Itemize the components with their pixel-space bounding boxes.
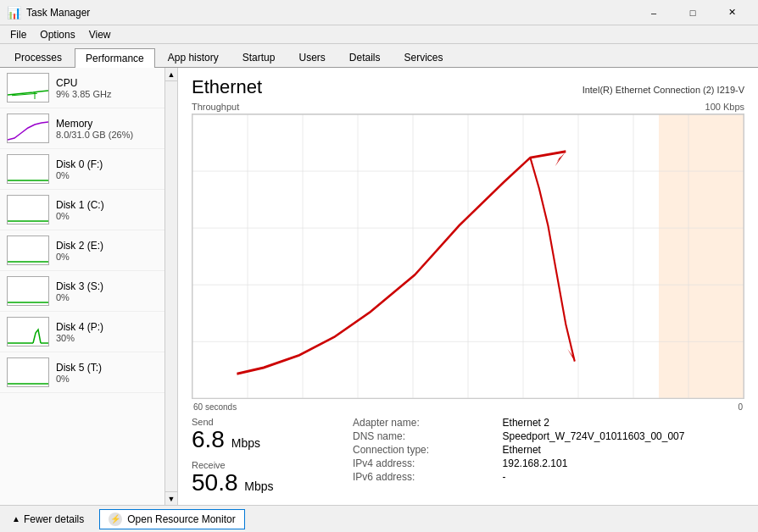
fewer-details-button[interactable]: ▲ Fewer details [7,512,89,527]
adapter-info-panel: Adapter name: Ethernet 2 DNS name: Speed… [344,417,744,496]
sidebar: CPU 9% 3.85 GHz Memory 8.0/31.0 GB (26%) [0,68,178,505]
window-controls: – □ ✕ [634,0,751,25]
ipv6-val: - [503,471,744,483]
cpu-info: CPU 9% 3.85 GHz [56,77,111,99]
sidebar-item-disk2[interactable]: Disk 2 (E:) 0% [0,230,177,271]
resource-monitor-icon: ⚡ [109,513,122,526]
adapter-description: Intel(R) Ethernet Connection (2) I219-V [582,85,744,95]
sidebar-item-disk3[interactable]: Disk 3 (S:) 0% [0,271,177,312]
disk0-info: Disk 0 (F:) 0% [56,158,103,180]
disk5-value: 0% [56,374,102,384]
maximize-button[interactable]: □ [673,0,712,25]
close-button[interactable]: ✕ [712,0,751,25]
conn-type-key: Connection type: [353,444,489,456]
menu-bar: File Options View [0,25,758,44]
ipv6-key: IPv6 address: [353,471,489,483]
scroll-track [165,81,177,491]
main-layout: CPU 9% 3.85 GHz Memory 8.0/31.0 GB (26%) [0,68,758,505]
memory-value: 8.0/31.0 GB (26%) [56,130,133,140]
throughput-stats: Send 6.8 Mbps Receive 50.8 Mbps [192,417,327,496]
throughput-max: 100 Kbps [705,102,744,112]
disk3-info: Disk 3 (S:) 0% [56,280,103,302]
content-header: Ethernet Intel(R) Ethernet Connection (2… [192,76,744,98]
ipv4-val: 192.168.2.101 [503,457,744,469]
content-area: Ethernet Intel(R) Ethernet Connection (2… [178,68,758,505]
memory-label: Memory [56,118,133,130]
sidebar-item-disk5[interactable]: Disk 5 (T:) 0% [0,352,177,393]
conn-type-val: Ethernet [503,444,744,456]
tab-users[interactable]: Users [287,47,336,67]
throughput-header: Throughput 100 Kbps [192,102,744,112]
app-icon: 📊 [7,6,21,19]
disk0-value: 0% [56,170,103,180]
disk2-thumbnail [7,236,49,265]
sidebar-item-disk0[interactable]: Disk 0 (F:) 0% [0,149,177,190]
dns-name-key: DNS name: [353,430,489,442]
memory-info: Memory 8.0/31.0 GB (26%) [56,118,133,140]
stats-row: Send 6.8 Mbps Receive 50.8 Mbps [192,417,744,496]
throughput-label: Throughput [192,102,239,112]
disk5-label: Disk 5 (T:) [56,362,102,374]
ethernet-title: Ethernet [192,76,262,98]
sidebar-item-disk4[interactable]: Disk 4 (P:) 30% [0,312,177,352]
disk4-value: 30% [56,333,103,343]
adapter-name-val: Ethernet 2 [503,417,744,429]
adapter-info-table: Adapter name: Ethernet 2 DNS name: Speed… [353,417,744,483]
disk0-thumbnail [7,154,49,184]
cpu-value: 9% 3.85 GHz [56,89,111,99]
menu-options[interactable]: Options [33,27,81,42]
graph-time-labels: 60 seconds 0 [192,402,744,412]
sidebar-scrollbar: ▲ ▼ [164,68,177,505]
disk3-value: 0% [56,292,103,302]
graph-svg [192,114,744,398]
title-bar: 📊 Task Manager – □ ✕ [0,0,758,25]
disk4-label: Disk 4 (P:) [56,321,103,333]
tab-app-history[interactable]: App history [157,47,230,67]
sidebar-item-disk1[interactable]: Disk 1 (C:) 0% [0,190,177,230]
disk1-info: Disk 1 (C:) 0% [56,199,104,221]
tab-processes[interactable]: Processes [3,47,73,67]
cpu-label: CPU [56,77,111,89]
disk3-thumbnail [7,276,49,306]
time-left-label: 60 seconds [193,402,237,412]
disk2-info: Disk 2 (E:) 0% [56,240,103,262]
tab-startup[interactable]: Startup [231,47,287,67]
menu-view[interactable]: View [82,27,118,42]
disk1-thumbnail [7,195,49,224]
sidebar-item-memory[interactable]: Memory 8.0/31.0 GB (26%) [0,108,177,149]
disk4-info: Disk 4 (P:) 30% [56,321,103,343]
memory-thumbnail [7,114,49,143]
scroll-down-button[interactable]: ▼ [165,491,177,505]
dns-name-val: Speedport_W_724V_01011603_00_007 [503,430,744,442]
open-resource-monitor-label: Open Resource Monitor [127,513,235,525]
bottom-bar: ▲ Fewer details ⚡ Open Resource Monitor [0,505,758,532]
send-stat: Send 6.8 Mbps [192,417,327,453]
adapter-name-key: Adapter name: [353,417,489,429]
disk2-label: Disk 2 (E:) [56,240,103,252]
time-right-label: 0 [738,402,743,412]
receive-stat: Receive 50.8 Mbps [192,460,327,496]
tab-details[interactable]: Details [338,47,392,67]
receive-value: 50.8 Mbps [192,470,327,496]
disk4-thumbnail [7,317,49,346]
scroll-up-button[interactable]: ▲ [165,68,177,81]
menu-file[interactable]: File [3,27,33,42]
chevron-up-icon: ▲ [12,514,20,524]
cpu-thumbnail [7,73,49,103]
disk0-label: Disk 0 (F:) [56,158,103,170]
tab-bar: Processes Performance App history Startu… [0,44,758,68]
disk5-info: Disk 5 (T:) 0% [56,362,102,384]
disk1-value: 0% [56,211,104,221]
tab-performance[interactable]: Performance [75,48,155,68]
disk1-label: Disk 1 (C:) [56,199,104,211]
tab-services[interactable]: Services [393,47,454,67]
disk3-label: Disk 3 (S:) [56,280,103,292]
minimize-button[interactable]: – [634,0,673,25]
open-resource-monitor-button[interactable]: ⚡ Open Resource Monitor [99,509,244,529]
disk5-thumbnail [7,357,49,387]
sidebar-item-cpu[interactable]: CPU 9% 3.85 GHz [0,68,177,108]
ipv4-key: IPv4 address: [353,457,489,469]
send-value: 6.8 Mbps [192,427,327,453]
title-text: Task Manager [26,7,90,19]
disk2-value: 0% [56,252,103,262]
